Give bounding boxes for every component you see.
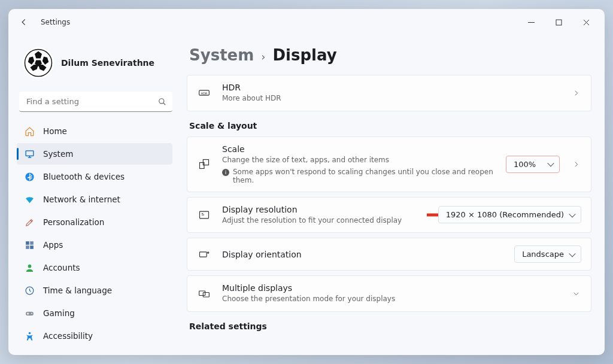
sidebar: Dilum Senevirathne Home System Bluetooth… bbox=[8, 35, 183, 355]
svg-point-13 bbox=[31, 313, 32, 314]
svg-rect-8 bbox=[26, 245, 29, 249]
accessibility-icon bbox=[24, 330, 35, 341]
nav-label: System bbox=[43, 149, 73, 159]
resolution-icon bbox=[197, 209, 211, 221]
user-name: Dilum Senevirathne bbox=[61, 58, 154, 68]
nav-item-time[interactable]: Time & language bbox=[17, 280, 172, 301]
nav-item-apps[interactable]: Apps bbox=[17, 234, 172, 256]
nav-label: Home bbox=[43, 126, 67, 136]
home-icon bbox=[24, 126, 35, 136]
maximize-button[interactable] bbox=[545, 11, 572, 33]
clock-icon bbox=[24, 285, 35, 296]
breadcrumb-current: Display bbox=[273, 46, 337, 64]
chevron-right-icon[interactable] bbox=[570, 160, 581, 168]
nav-item-bluetooth[interactable]: Bluetooth & devices bbox=[17, 166, 172, 187]
scale-icon bbox=[197, 158, 211, 170]
window-title: Settings bbox=[41, 18, 70, 26]
card-title: Display resolution bbox=[222, 205, 427, 214]
card-subtitle: Adjust the resolution to fit your connec… bbox=[222, 216, 427, 226]
resolution-dropdown[interactable]: 1920 × 1080 (Recommended) bbox=[438, 206, 581, 223]
breadcrumb-parent[interactable]: System bbox=[189, 46, 254, 64]
svg-point-3 bbox=[159, 99, 164, 104]
svg-rect-9 bbox=[30, 245, 34, 249]
close-button[interactable] bbox=[572, 11, 600, 33]
chevron-right-icon bbox=[570, 89, 581, 97]
svg-point-14 bbox=[28, 332, 31, 334]
window-controls bbox=[517, 11, 600, 33]
multiple-displays-icon bbox=[197, 288, 211, 300]
breadcrumb: System › Display bbox=[187, 40, 591, 75]
chevron-down-icon bbox=[570, 290, 581, 298]
system-icon bbox=[24, 148, 35, 159]
svg-text:HDR: HDR bbox=[201, 92, 208, 95]
nav-label: Accessibility bbox=[43, 331, 93, 341]
wifi-icon bbox=[24, 194, 35, 205]
nav-label: Apps bbox=[43, 240, 63, 250]
user-profile[interactable]: Dilum Senevirathne bbox=[17, 41, 175, 88]
avatar bbox=[23, 47, 54, 78]
svg-rect-20 bbox=[200, 252, 207, 257]
nav-list: Home System Bluetooth & devices Network … bbox=[17, 120, 175, 347]
svg-rect-0 bbox=[556, 20, 562, 25]
card-title: Scale bbox=[222, 144, 495, 154]
hdr-row[interactable]: HDR HDR More about HDR bbox=[187, 75, 591, 111]
nav-item-system[interactable]: System bbox=[17, 143, 172, 165]
back-button[interactable] bbox=[13, 11, 35, 33]
accounts-icon bbox=[24, 262, 35, 273]
nav-label: Personalization bbox=[43, 217, 104, 227]
card-title: HDR bbox=[222, 83, 560, 92]
main-content: System › Display HDR HDR More about HDR … bbox=[183, 35, 605, 355]
multiple-displays-row[interactable]: Multiple displays Choose the presentatio… bbox=[187, 275, 591, 312]
gaming-icon bbox=[24, 308, 35, 318]
search-input[interactable] bbox=[19, 92, 172, 112]
nav-item-network[interactable]: Network & internet bbox=[17, 189, 172, 210]
scale-dropdown[interactable]: 100% bbox=[506, 156, 560, 173]
card-title: Multiple displays bbox=[222, 283, 560, 293]
svg-rect-21 bbox=[199, 291, 205, 296]
scale-row: Scale Change the size of text, apps, and… bbox=[187, 136, 591, 192]
svg-rect-4 bbox=[26, 150, 34, 156]
svg-rect-6 bbox=[26, 241, 29, 245]
search-icon bbox=[158, 98, 166, 106]
settings-window: Settings Dilum Senevirathne Home System … bbox=[8, 9, 605, 355]
nav-item-personalization[interactable]: Personalization bbox=[17, 211, 172, 233]
nav-label: Time & language bbox=[43, 286, 112, 295]
nav-item-accessibility[interactable]: Accessibility bbox=[17, 325, 172, 347]
apps-icon bbox=[24, 239, 35, 250]
svg-rect-22 bbox=[203, 292, 209, 297]
card-subtitle: More about HDR bbox=[222, 93, 560, 104]
hdr-icon: HDR bbox=[197, 87, 211, 99]
brush-icon bbox=[24, 217, 35, 228]
minimize-button[interactable] bbox=[517, 11, 545, 33]
orientation-icon bbox=[197, 248, 211, 260]
nav-item-accounts[interactable]: Accounts bbox=[17, 257, 172, 278]
bluetooth-icon bbox=[24, 171, 35, 182]
card-note: Some apps won't respond to scaling chang… bbox=[233, 168, 495, 184]
section-related: Related settings bbox=[189, 321, 591, 331]
nav-item-home[interactable]: Home bbox=[17, 120, 172, 142]
nav-label: Bluetooth & devices bbox=[43, 172, 125, 181]
nav-item-gaming[interactable]: Gaming bbox=[17, 302, 172, 324]
nav-label: Accounts bbox=[43, 263, 80, 272]
card-subtitle: Choose the presentation mode for your di… bbox=[222, 294, 560, 304]
nav-label: Gaming bbox=[43, 308, 75, 318]
search-box bbox=[19, 92, 172, 112]
titlebar: Settings bbox=[8, 9, 605, 35]
resolution-row: Display resolution Adjust the resolution… bbox=[187, 197, 591, 233]
nav-label: Network & internet bbox=[43, 195, 120, 204]
card-subtitle: Change the size of text, apps, and other… bbox=[222, 155, 495, 165]
svg-rect-7 bbox=[30, 241, 34, 245]
orientation-row: Display orientation Landscape bbox=[187, 238, 591, 271]
svg-point-10 bbox=[28, 264, 31, 268]
section-scale-layout: Scale & layout bbox=[189, 121, 591, 131]
orientation-dropdown[interactable]: Landscape bbox=[514, 245, 581, 263]
info-icon: i bbox=[222, 169, 229, 176]
card-title: Display orientation bbox=[222, 250, 503, 259]
chevron-right-icon: › bbox=[261, 50, 265, 63]
